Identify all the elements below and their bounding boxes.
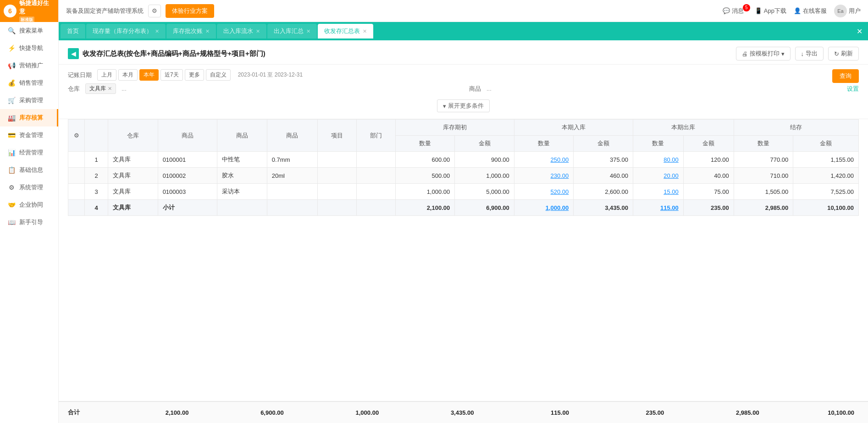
inventory-icon: 🏭 xyxy=(7,114,16,122)
top-header: 装备及固定资产辅助管理系统 ⚙ 体验行业方案 💬 消息 5 📱 App下载 👤 … xyxy=(59,0,868,22)
tab-inventory-dist[interactable]: 现存量（库存分布表） ✕ xyxy=(86,24,166,38)
close-all-tabs[interactable]: ✕ xyxy=(853,27,866,36)
expand-conditions-btn[interactable]: ▾ 展开更多条件 xyxy=(437,99,490,112)
row3-in-qty[interactable]: 520.00 xyxy=(514,184,574,200)
sidebar-item-enterprise[interactable]: 🤝 企业协同 xyxy=(0,196,58,214)
user-action[interactable]: Ea 用户 xyxy=(834,5,861,17)
table-row: 3 文具库 0100003 采访本 1,000.00 5,000.00 520.… xyxy=(68,184,859,200)
row1-out-amount: 120.00 xyxy=(683,152,734,168)
header-right: 💬 消息 5 📱 App下载 👤 在线客服 Ea 用户 xyxy=(719,5,861,17)
messages-action[interactable]: 💬 消息 5 xyxy=(719,7,747,15)
filter-area: 记账日期 上月 本月 本年 近7天 更多 自定义 2023-01-01 至 20… xyxy=(59,65,868,119)
row2-no: 2 xyxy=(85,168,108,184)
config-button[interactable]: ⚙ xyxy=(148,5,161,17)
table-settings-icon[interactable]: ⚙ xyxy=(74,132,79,139)
logo-text-block: 畅捷通好生意 标准版 xyxy=(19,0,55,23)
tab-close-inventory-dist[interactable]: ✕ xyxy=(155,28,159,34)
refresh-btn[interactable]: ↻ 刷新 xyxy=(828,47,859,60)
col-warehouse-header: 仓库 xyxy=(108,120,158,152)
sidebar-item-system[interactable]: ⚙ 系统管理 xyxy=(0,179,58,196)
warehouse-more[interactable]: ... xyxy=(122,85,127,92)
row2-balance-qty: 710.00 xyxy=(734,168,793,184)
subtotal-out-qty[interactable]: 115.00 xyxy=(633,200,683,216)
tab-close-batch-ledger[interactable]: ✕ xyxy=(205,28,210,34)
date-btn-more[interactable]: 更多 xyxy=(185,69,204,81)
app-download-action[interactable]: 📱 App下载 xyxy=(755,7,786,15)
footer-in-amount: 3,435.00 xyxy=(383,409,478,416)
col-in-qty-header: 数量 xyxy=(514,136,574,152)
date-btn-last-month[interactable]: 上月 xyxy=(97,69,116,81)
subtotal-out-amount: 235.00 xyxy=(683,200,734,216)
row3-out-qty[interactable]: 15.00 xyxy=(633,184,683,200)
sidebar-item-guide[interactable]: 📖 新手引导 xyxy=(0,214,58,231)
col-balance-amount-header: 金额 xyxy=(793,136,859,152)
subtotal-opening-amount: 6,900.00 xyxy=(455,200,514,216)
sidebar-item-label: 采购管理 xyxy=(19,96,43,104)
row1-opening-amount: 900.00 xyxy=(455,152,514,168)
query-btn[interactable]: 查询 xyxy=(832,69,859,83)
subtotal-in-qty[interactable]: 1,000.00 xyxy=(514,200,574,216)
footer-opening-qty: 2,100.00 xyxy=(98,409,193,416)
toggle-sidebar-btn[interactable]: ◀ xyxy=(68,48,79,59)
export-btn[interactable]: ↓ 导出 xyxy=(795,47,824,60)
tab-close-flow[interactable]: ✕ xyxy=(256,28,260,34)
sidebar-item-marketing[interactable]: 📢 营销推广 xyxy=(0,57,58,74)
sidebar-item-label: 销售管理 xyxy=(19,79,43,87)
col-out-amount-header: 金额 xyxy=(683,136,734,152)
online-service-label: 在线客服 xyxy=(803,7,827,15)
sidebar-item-label: 营销推广 xyxy=(19,61,43,70)
tab-flow[interactable]: 出入库流水 ✕ xyxy=(217,24,266,38)
sidebar-item-purchase[interactable]: 🛒 采购管理 xyxy=(0,92,58,109)
print-btn[interactable]: 🖨 按模板打印 ▾ xyxy=(736,47,791,60)
subtotal-opening-qty: 2,100.00 xyxy=(395,200,455,216)
date-btn-custom[interactable]: 自定义 xyxy=(206,69,231,81)
footer-in-qty: 1,000.00 xyxy=(288,409,383,416)
try-btn[interactable]: 体验行业方案 xyxy=(166,4,214,18)
sales-icon: 💰 xyxy=(7,79,16,87)
date-btn-this-year[interactable]: 本年 xyxy=(139,69,159,81)
row3-department xyxy=(356,184,395,200)
col-department-header: 部门 xyxy=(356,120,395,152)
online-service-action[interactable]: 👤 在线客服 xyxy=(794,7,827,15)
page-content-area: ◀ 收发存汇总表(按仓库+商品编码+商品+规格型号+项目+部门) 🖨 按模板打印… xyxy=(59,40,868,401)
table-container: ⚙ 仓库 商品 商品 商品 项目 部门 库存期初 本期入库 本期出库 结存 xyxy=(59,119,868,265)
row1-out-qty[interactable]: 80.00 xyxy=(633,152,683,168)
row1-goodsname: 中性笔 xyxy=(217,152,267,168)
row1-in-amount: 375.00 xyxy=(574,152,633,168)
tab-close-receive-summary[interactable]: ✕ xyxy=(363,28,367,34)
settings-link[interactable]: 设置 xyxy=(847,85,859,93)
sidebar-item-finance[interactable]: 💳 资金管理 xyxy=(0,126,58,144)
tab-receive-summary[interactable]: 收发存汇总表 ✕ xyxy=(318,24,373,38)
quick-nav-icon: ⚡ xyxy=(7,44,16,52)
sidebar-item-sales[interactable]: 💰 销售管理 xyxy=(0,74,58,92)
user-avatar: Ea xyxy=(834,5,847,17)
sidebar-item-quick-nav[interactable]: ⚡ 快捷导航 xyxy=(0,39,58,57)
col-goodsname-header: 商品 xyxy=(217,120,267,152)
sidebar-item-basic-info[interactable]: 📋 基础信息 xyxy=(0,161,58,179)
tab-summary[interactable]: 出入库汇总 ✕ xyxy=(267,24,317,38)
col-no-header xyxy=(85,120,108,152)
footer-opening-amount: 6,900.00 xyxy=(193,409,288,416)
sidebar-item-label: 系统管理 xyxy=(19,183,43,192)
col-settings-header[interactable]: ⚙ xyxy=(68,120,85,152)
row2-in-qty[interactable]: 230.00 xyxy=(514,168,574,184)
row2-out-qty[interactable]: 20.00 xyxy=(633,168,683,184)
sidebar-item-inventory[interactable]: 🏭 库存核算 xyxy=(0,109,58,126)
row2-warehouse: 文具库 xyxy=(108,168,158,184)
row1-in-qty[interactable]: 250.00 xyxy=(514,152,574,168)
row3-out-amount: 75.00 xyxy=(683,184,734,200)
row2-opening-qty: 500.00 xyxy=(395,168,455,184)
sidebar-item-search[interactable]: 🔍 搜索菜单 xyxy=(0,22,58,39)
guide-icon: 📖 xyxy=(7,218,16,226)
logo-text: 畅捷通好生意 xyxy=(19,0,55,16)
date-btn-this-month[interactable]: 本月 xyxy=(118,69,138,81)
subtotal-settings xyxy=(68,200,85,216)
sidebar-item-business[interactable]: 📊 经营管理 xyxy=(0,144,58,161)
date-btn-7days[interactable]: 近7天 xyxy=(160,69,183,81)
warehouse-tag-close[interactable]: ✕ xyxy=(108,86,112,92)
tab-close-summary[interactable]: ✕ xyxy=(306,28,310,34)
tab-batch-ledger[interactable]: 库存批次账 ✕ xyxy=(166,24,216,38)
goods-more[interactable]: ... xyxy=(487,85,492,92)
tab-home[interactable]: 首页 xyxy=(61,24,85,38)
col-opening-header: 库存期初 xyxy=(395,120,514,136)
